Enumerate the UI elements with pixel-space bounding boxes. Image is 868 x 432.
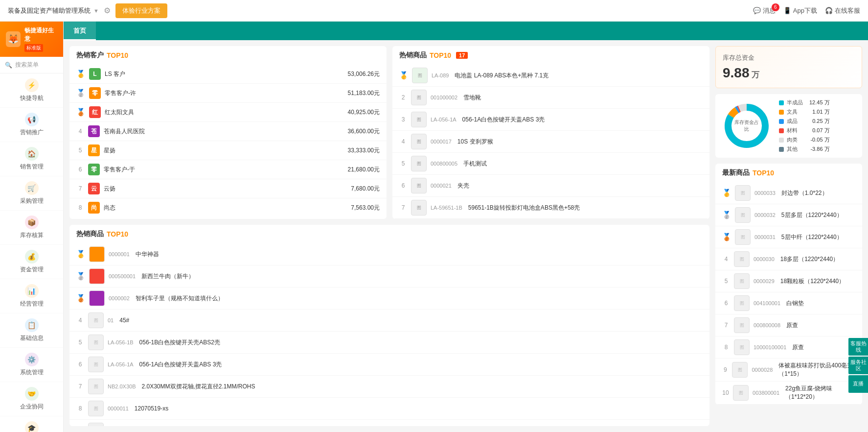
nav-tabs: 首页 xyxy=(64,22,868,40)
product-image: 图 xyxy=(411,200,427,216)
topbar-right: 💬 消息 6 📱 App下载 🎧 在线客服 xyxy=(753,6,860,15)
product-name: 手机测试 xyxy=(463,160,487,168)
list-item: 🥈 图 0000032 5层多层（1220*2440） xyxy=(715,204,862,226)
customer-value: 36,600.00元 xyxy=(348,127,380,136)
sidebar-item-guide[interactable]: 🎓 新手引导 xyxy=(0,416,63,432)
float-btn-service[interactable]: 客服热线 xyxy=(848,338,868,356)
avatar: 零 xyxy=(88,164,100,175)
left-column: 热销客户 TOP10 🥇 L LS 客户 53,006.26元 xyxy=(69,46,709,426)
gold-medal-icon: 🥇 xyxy=(76,70,85,78)
search-icon: 🔍 xyxy=(5,62,12,69)
gold-medal-icon: 🥇 xyxy=(76,250,85,259)
sidebar-item-finance[interactable]: 💰 资金管理 xyxy=(0,245,63,279)
brand-icon: 🦊 xyxy=(6,31,21,47)
inventory-amount: 9.88万 xyxy=(723,65,855,81)
marketing-icon: 📢 xyxy=(25,113,39,126)
sidebar-item-label: 销售管理 xyxy=(20,163,44,171)
purchase-icon: 🛒 xyxy=(25,181,39,195)
product-code: LA-056-1B xyxy=(108,339,134,345)
bronze-medal-icon: 🥉 xyxy=(722,233,731,241)
product-code: 0000032 xyxy=(754,212,776,218)
rank-number: 5 xyxy=(76,339,84,346)
product-code: NB2.0X30B xyxy=(108,384,136,389)
notification-badge: 6 xyxy=(772,3,779,11)
legend-value: 12.45 万 xyxy=(809,99,830,106)
sidebar-item-enterprise[interactable]: 🤝 企业协同 xyxy=(0,382,63,416)
main-layout: 🦊 畅捷通好生意 标准版 🔍 搜索菜单 ⚡ 快捷导航 📢 营销推广 🏠 销售管理… xyxy=(0,22,868,432)
customer-name: 零售客户-于 xyxy=(104,166,344,174)
legend-label: 文具 xyxy=(787,108,806,116)
product-name: 10S 变刹罗猴 xyxy=(457,138,493,146)
product-image: 图 xyxy=(735,229,751,245)
sidebar-item-inventory[interactable]: 📦 库存核算 xyxy=(0,211,63,245)
product-image: 图 xyxy=(734,251,750,267)
product-image: 图 xyxy=(411,156,427,171)
product-name: 夹壳 xyxy=(457,182,469,190)
legend-value: 0.07 万 xyxy=(812,127,829,134)
system-selector[interactable]: 装备及固定资产辅助管理系统 ▼ xyxy=(8,6,99,15)
rank-number: 7 xyxy=(76,185,84,192)
product-image: 图 xyxy=(88,312,104,328)
list-item: 🥉 0000002 智利车子里（规格不知道填什么） xyxy=(69,288,709,310)
product-name: 电池盖 LA-089 ABS本色+黑种 7.1克 xyxy=(455,72,548,80)
hot-products-main-title: 热销商品 TOP10 xyxy=(69,225,709,243)
customer-value: 7,563.00元 xyxy=(351,204,380,212)
list-item: 8 尚 尚态 7,563.00元 xyxy=(69,198,387,217)
sidebar-item-home[interactable]: ⚡ 快捷导航 xyxy=(0,73,63,108)
product-name: 白钢垫 xyxy=(786,299,804,308)
sidebar-item-operations[interactable]: 📊 经营管理 xyxy=(0,279,63,313)
sidebar-item-basic[interactable]: 📋 基础信息 xyxy=(0,313,63,348)
product-code: 10000100001 xyxy=(754,344,786,350)
rank-number: 5 xyxy=(399,160,407,167)
sidebar-item-purchase[interactable]: 🛒 采购管理 xyxy=(0,176,63,211)
search-menu[interactable]: 🔍 搜索菜单 xyxy=(0,57,63,73)
online-service-item[interactable]: 🎧 在线客服 xyxy=(825,6,860,15)
product-image: 图 xyxy=(88,423,104,426)
product-name: 中华神器 xyxy=(136,250,159,259)
product-image: 图 xyxy=(88,357,104,372)
sidebar-item-label: 快捷导航 xyxy=(20,94,44,102)
system-icon: ⚙️ xyxy=(25,353,39,366)
legend-item: 文具 1.01 万 xyxy=(779,108,830,116)
product-code: 003800001 xyxy=(753,390,779,396)
rank-number: 5 xyxy=(722,278,730,285)
product-image: 图 xyxy=(734,317,750,333)
hot-products-right-title: 热销商品 TOP10 17 xyxy=(392,46,709,65)
sidebar-item-marketing[interactable]: 📢 营销推广 xyxy=(0,108,63,142)
product-code: 0000030 xyxy=(754,256,775,262)
product-image: 图 xyxy=(735,185,751,201)
list-item: 5 图 0000029 18颗粒板（1220*2440） xyxy=(715,270,862,292)
float-btn-community[interactable]: 服务社区 xyxy=(848,357,868,374)
notification-item[interactable]: 💬 消息 6 xyxy=(753,6,776,15)
avatar: 云 xyxy=(88,183,100,194)
customer-value: 40,925.00元 xyxy=(348,108,380,117)
sidebar-item-system[interactable]: ⚙️ 系统管理 xyxy=(0,348,63,382)
chart-center-label: 库存资金占比 xyxy=(734,119,759,133)
customer-name: 尚态 xyxy=(104,204,347,212)
search-menu-label: 搜索菜单 xyxy=(15,61,39,69)
hot-customers-title: 热销客户 TOP10 xyxy=(69,46,387,65)
customer-name: 星扬 xyxy=(104,146,344,155)
rank-number: 8 xyxy=(722,344,730,351)
rank-number: 6 xyxy=(722,300,730,307)
trial-button[interactable]: 体验行业方案 xyxy=(115,3,167,18)
product-code: 000500001 xyxy=(109,273,136,279)
gold-medal-icon: 🥇 xyxy=(722,189,731,197)
brand-name: 畅捷通好生意 xyxy=(24,26,57,43)
hot-products-right-list: 🥇 图 LA-089 电池盖 LA-089 ABS本色+黑种 7.1克 2 图 … xyxy=(392,65,709,219)
app-download-item[interactable]: 📱 App下载 xyxy=(783,6,817,15)
customer-value: 51,183.00元 xyxy=(348,89,380,97)
product-image: 图 xyxy=(412,68,428,83)
settings-icon[interactable]: ⚙ xyxy=(104,6,111,15)
tab-home[interactable]: 首页 xyxy=(64,22,96,40)
amount-unit: 万 xyxy=(752,71,759,79)
list-item: 2 图 001000002 雪地靴 xyxy=(392,87,709,109)
sidebar-item-sales[interactable]: 🏠 销售管理 xyxy=(0,142,63,176)
hot-products-main-panel: 热销商品 TOP10 🥇 0000001 中华神器 🥈 xyxy=(69,225,709,426)
list-item: 10 图 003800001 22g鱼豆腐-烧烤味（1*12*20） xyxy=(715,382,862,405)
float-btn-live[interactable]: 直播 xyxy=(848,375,868,393)
sidebar-item-label: 库存核算 xyxy=(20,231,44,240)
list-item: 4 苍 苍南县人民医院 36,600.00元 xyxy=(69,122,387,141)
sidebar-item-label: 企业协同 xyxy=(20,403,44,411)
product-name: 5层中纤（1220*2440） xyxy=(781,233,843,241)
